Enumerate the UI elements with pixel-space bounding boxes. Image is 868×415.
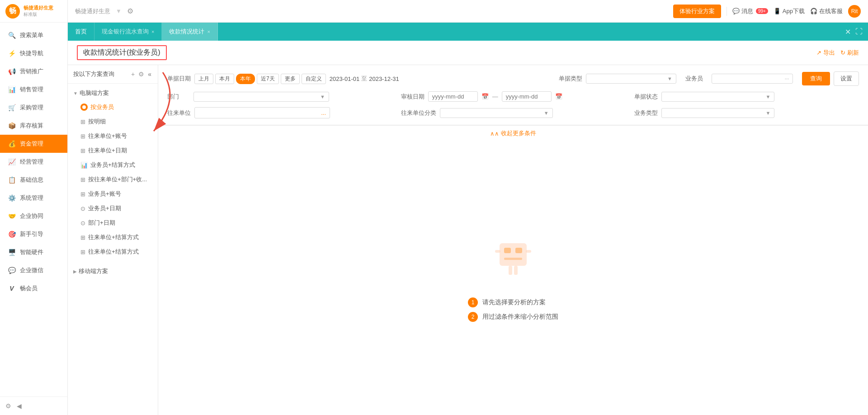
scheme-item-salesman-date[interactable]: ⊙ 业务员+日期 bbox=[68, 201, 158, 216]
sidebar-item-member[interactable]: V 畅会员 bbox=[0, 279, 67, 297]
hardware-icon: 🖥️ bbox=[7, 248, 16, 257]
settings-btn-filter[interactable]: 设置 bbox=[834, 71, 859, 86]
date-label: 单据日期 bbox=[167, 75, 191, 83]
doc-type-label: 单据类型 bbox=[559, 75, 582, 83]
date-range: 2023-01-01 至 2023-12-31 bbox=[330, 75, 399, 83]
settings-icon[interactable]: ⚙ bbox=[127, 7, 133, 15]
receipt-stats-tab-close[interactable]: × bbox=[207, 29, 210, 34]
export-btn[interactable]: ↗ 导出 bbox=[816, 49, 835, 57]
sidebar-item-hardware[interactable]: 🖥️ 智能硬件 bbox=[0, 243, 67, 261]
btn-this-month[interactable]: 本月 bbox=[215, 74, 234, 84]
maximize-icon[interactable]: ⛶ bbox=[855, 28, 863, 36]
sidebar-item-finance[interactable]: 💰 资金管理 bbox=[0, 135, 67, 153]
panel-settings-btn[interactable]: ⚙ bbox=[137, 70, 145, 79]
body-area: 按以下方案查询 + ⚙ « ▼ 电脑端方案 bbox=[68, 65, 868, 415]
partner-category-select[interactable]: ▼ bbox=[440, 108, 553, 118]
calendar-to-icon[interactable]: 📅 bbox=[555, 93, 562, 100]
svg-rect-6 bbox=[514, 266, 518, 275]
scheme-item-partner-settle1[interactable]: ⊞ 往来单位+结算方式 bbox=[68, 230, 158, 245]
online-service-btn[interactable]: 🎧 在线客服 bbox=[810, 7, 843, 15]
query-btn[interactable]: 查询 bbox=[802, 72, 830, 85]
content-area: 收款情况统计(按业务员) ↗ 导出 ↻ 刷新 按以下方案查询 + ⚙ bbox=[68, 41, 868, 415]
review-date-to[interactable] bbox=[502, 91, 552, 102]
sidebar-item-system[interactable]: ⚙️ 系统管理 bbox=[0, 189, 67, 207]
sidebar-item-search-menu[interactable]: 🔍 搜索菜单 bbox=[0, 26, 67, 44]
scheme-item-salesman-account[interactable]: ⊞ 业务员+账号 bbox=[68, 187, 158, 201]
sidebar-item-basic[interactable]: 📋 基础信息 bbox=[0, 171, 67, 189]
btn-last-month[interactable]: 上月 bbox=[194, 74, 213, 84]
doc-status-select[interactable]: ▼ bbox=[661, 92, 774, 102]
sidebar-item-quick-nav[interactable]: ⚡ 快捷导航 bbox=[0, 44, 67, 62]
sidebar-item-enterprise[interactable]: 🤝 企业协同 bbox=[0, 207, 67, 225]
biz-type-select[interactable]: ▼ bbox=[661, 108, 774, 118]
user-avatar[interactable]: Rit bbox=[848, 5, 861, 18]
btn-this-year[interactable]: 本年 bbox=[236, 74, 255, 84]
mobile-scheme-group-header[interactable]: ▶ 移动端方案 bbox=[68, 264, 158, 278]
scheme-item-partner-account[interactable]: ⊞ 往来单位+账号 bbox=[68, 129, 158, 143]
app-download-btn[interactable]: 📱 App下载 bbox=[774, 7, 805, 15]
desktop-scheme-group-header[interactable]: ▼ 电脑端方案 bbox=[68, 86, 158, 100]
scheme-item-partner-date[interactable]: ⊞ 往来单位+日期 bbox=[68, 143, 158, 158]
desktop-group-label: 电脑端方案 bbox=[80, 89, 109, 97]
scheme-item-detail[interactable]: ⊞ 按明细 bbox=[68, 114, 158, 129]
sidebar-item-inventory[interactable]: 📦 库存核算 bbox=[0, 117, 67, 135]
sidebar-item-marketing[interactable]: 📢 营销推广 bbox=[0, 62, 67, 80]
sidebar-item-operation[interactable]: 📈 经营管理 bbox=[0, 153, 67, 171]
scheme-item-salesman[interactable]: 按业务员 bbox=[68, 100, 158, 114]
panel-collapse-btn[interactable]: « bbox=[147, 70, 152, 79]
member-icon: V bbox=[7, 284, 16, 293]
sidebar-item-purchase[interactable]: 🛒 采购管理 bbox=[0, 99, 67, 117]
search-menu-icon: 🔍 bbox=[7, 31, 16, 40]
mobile-group-arrow: ▶ bbox=[73, 269, 77, 274]
divider-1 bbox=[726, 7, 727, 16]
review-date-from[interactable] bbox=[428, 91, 478, 102]
doc-status-label: 单据状态 bbox=[634, 93, 658, 101]
btn-custom-date[interactable]: 自定义 bbox=[302, 74, 326, 84]
filter-doc-status-item: 单据状态 ▼ bbox=[634, 92, 859, 102]
filter-partner-item: 往来单位 ... bbox=[167, 107, 392, 118]
salesman-select[interactable]: ··· bbox=[712, 74, 793, 84]
refresh-btn[interactable]: ↻ 刷新 bbox=[840, 49, 859, 57]
dept-date-icon: ⊙ bbox=[80, 220, 85, 226]
btn-more-date[interactable]: 更多 bbox=[281, 74, 300, 84]
filter-doc-type-item: 单据类型 ▼ bbox=[559, 74, 676, 84]
sidebar-footer: ⚙ ◀ bbox=[0, 396, 67, 415]
tab-home[interactable]: 首页 bbox=[68, 23, 94, 41]
biz-type-arrow: ▼ bbox=[765, 110, 770, 116]
tab-receipt-stats[interactable]: 收款情况统计 × bbox=[162, 23, 217, 41]
topbar-breadcrumb: 畅捷通好生意 bbox=[75, 7, 110, 15]
basic-icon: 📋 bbox=[7, 175, 16, 184]
filter-row-1: 单据日期 上月 本月 本年 近7天 更多 自定义 2023-01-01 bbox=[167, 71, 859, 86]
partner-category-arrow: ▼ bbox=[544, 110, 549, 116]
scheme-item-dept-date[interactable]: ⊙ 部门+日期 bbox=[68, 216, 158, 230]
partner-more-btn[interactable]: ... bbox=[321, 109, 326, 116]
dept-select[interactable]: ▼ bbox=[193, 92, 329, 102]
message-btn[interactable]: 💬 消息 99+ bbox=[732, 7, 768, 15]
dept-arrow: ▼ bbox=[320, 94, 325, 99]
empty-state: 1 请先选择要分析的方案 2 用过滤条件来缩小分析范围 bbox=[158, 141, 868, 415]
scheme-item-partner-settle2[interactable]: ⊞ 往来单位+结算方式 bbox=[68, 245, 158, 259]
refresh-icon: ↻ bbox=[840, 49, 845, 56]
date-quick-btns: 上月 本月 本年 近7天 更多 自定义 bbox=[194, 74, 326, 84]
partner-select[interactable]: ... bbox=[194, 107, 330, 118]
calendar-from-icon[interactable]: 📅 bbox=[481, 93, 489, 100]
sidebar-item-sales[interactable]: 📊 销售管理 bbox=[0, 80, 67, 99]
close-window-icon[interactable]: ✕ bbox=[845, 28, 851, 36]
btn-7days[interactable]: 近7天 bbox=[257, 74, 279, 84]
sidebar-item-wechat[interactable]: 💬 企业微信 bbox=[0, 261, 67, 279]
sidebar-collapse-icon[interactable]: ◀ bbox=[17, 402, 22, 410]
collapse-more-btn[interactable]: ∧∧ 收起更多条件 bbox=[158, 125, 868, 141]
doc-type-select[interactable]: ▼ bbox=[586, 74, 676, 84]
trial-btn[interactable]: 体验行业方案 bbox=[673, 5, 721, 18]
sidebar-item-guide[interactable]: 🎯 新手引导 bbox=[0, 225, 67, 243]
inventory-icon: 📦 bbox=[7, 121, 16, 130]
bank-flow-tab-close[interactable]: × bbox=[151, 29, 154, 34]
tab-bank-flow[interactable]: 现金银行流水查询 × bbox=[94, 23, 162, 41]
sidebar-settings-icon[interactable]: ⚙ bbox=[5, 402, 11, 410]
scheme-item-salesman-settle[interactable]: 📊 业务员+结算方式 bbox=[68, 158, 158, 172]
logo-text: 畅捷通好生意 标准版 bbox=[24, 5, 53, 18]
panel-add-btn[interactable]: + bbox=[130, 70, 136, 79]
salesman-filter-label: 业务员 bbox=[685, 75, 708, 83]
scheme-item-partner-dept[interactable]: ⊞ 按往来单位+部门+收... bbox=[68, 172, 158, 187]
page-header-actions: ↗ 导出 ↻ 刷新 bbox=[816, 49, 859, 57]
